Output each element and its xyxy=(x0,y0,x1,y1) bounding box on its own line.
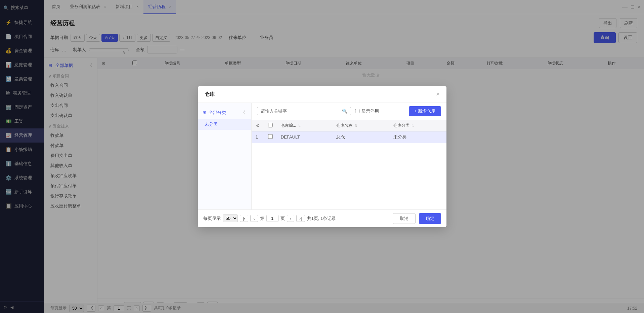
modal-first-page-btn[interactable]: |‹ xyxy=(240,215,249,222)
modal-per-page-label: 每页显示 xyxy=(203,216,221,222)
modal-page-label: 第 xyxy=(260,216,264,222)
modal-th-category: 仓库分类 ⇅ xyxy=(389,120,446,131)
modal-search[interactable]: 🔍 xyxy=(257,107,351,115)
modal-search-icon: 🔍 xyxy=(342,109,347,114)
modal-close-btn[interactable]: × xyxy=(436,91,440,98)
add-warehouse-btn[interactable]: + 新增仓库 xyxy=(409,106,441,116)
modal-overlay[interactable]: 仓库 × ⊞ 全部分类 《 未分类 xyxy=(0,0,644,313)
modal-th-code: 仓库编... ⇅ xyxy=(277,120,333,131)
sort-icon-name: ⇅ xyxy=(354,124,357,127)
modal-body: ⊞ 全部分类 《 未分类 🔍 xyxy=(198,103,446,209)
modal-toolbar: 🔍 显示停用 + 新增仓库 xyxy=(252,103,446,120)
modal-search-input[interactable] xyxy=(261,109,340,114)
row-checkbox[interactable] xyxy=(268,134,273,139)
modal-next-page-btn[interactable]: › xyxy=(287,215,294,222)
sort-icon-code: ⇅ xyxy=(298,124,301,127)
warehouse-table: ⚙ 仓库编... ⇅ 仓库名称 ⇅ xyxy=(252,120,446,143)
modal-th-name: 仓库名称 ⇅ xyxy=(332,120,389,131)
modal-footer-actions: 取消 确定 xyxy=(393,213,441,224)
show-disabled-label[interactable]: 显示停用 xyxy=(355,108,379,114)
modal-th-checkbox[interactable] xyxy=(264,120,277,131)
modal-left-item-uncategorized[interactable]: 未分类 xyxy=(198,119,251,130)
modal-pagination: 每页显示 50 |‹ ‹ 第 页 › ›| 共1页, 1条记录 xyxy=(203,214,336,222)
modal-footer: 每页显示 50 |‹ ‹ 第 页 › ›| 共1页, 1条记录 取消 确定 xyxy=(198,209,446,227)
modal-left-collapse-btn[interactable]: 《 xyxy=(240,108,247,117)
cancel-button[interactable]: 取消 xyxy=(393,213,416,224)
modal-table: ⚙ 仓库编... ⇅ 仓库名称 ⇅ xyxy=(252,120,446,209)
modal-left-header: ⊞ 全部分类 《 xyxy=(198,106,251,119)
show-disabled-checkbox[interactable] xyxy=(355,109,359,113)
modal-right-panel: 🔍 显示停用 + 新增仓库 ⚙ xyxy=(252,103,446,209)
modal-page-input[interactable] xyxy=(266,215,278,222)
table-row[interactable]: 1 DEFAULT 总仓 未分类 xyxy=(252,131,446,143)
confirm-button[interactable]: 确定 xyxy=(419,213,441,224)
modal-header: 仓库 × xyxy=(198,86,446,103)
modal-prev-page-btn[interactable]: ‹ xyxy=(250,215,258,222)
row-code-cell: DEFAULT xyxy=(277,131,333,143)
modal-page-suffix: 页 xyxy=(281,216,285,222)
modal-grid-icon: ⊞ xyxy=(203,110,206,115)
modal-th-gear[interactable]: ⚙ xyxy=(252,120,264,131)
row-gear-cell: 1 xyxy=(252,131,264,143)
row-category-cell: 未分类 xyxy=(389,131,446,143)
modal-per-page-select[interactable]: 50 xyxy=(223,214,238,222)
modal-total-text: 共1页, 1条记录 xyxy=(307,216,336,222)
modal-gear-icon: ⚙ xyxy=(256,123,260,128)
modal-left-panel: ⊞ 全部分类 《 未分类 xyxy=(198,103,252,209)
modal-title: 仓库 xyxy=(205,91,215,97)
modal-left-all-categories: ⊞ 全部分类 xyxy=(203,110,226,116)
row-checkbox-cell[interactable] xyxy=(264,131,277,143)
row-name-cell: 总仓 xyxy=(332,131,389,143)
warehouse-modal: 仓库 × ⊞ 全部分类 《 未分类 xyxy=(198,86,446,227)
sort-icon-category: ⇅ xyxy=(411,124,414,127)
modal-select-all[interactable] xyxy=(268,123,273,127)
modal-last-page-btn[interactable]: ›| xyxy=(296,215,305,222)
